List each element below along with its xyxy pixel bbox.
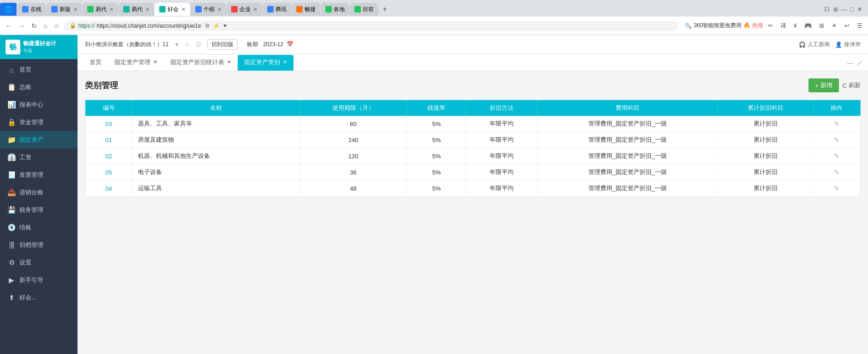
app-header: 刘小艳演示账套（勿删勿动！）11 ▼ + ⚙ 切到旧版 账期 2023-12 📅… (78, 35, 868, 54)
cell-code-2: 02 (85, 148, 132, 164)
sidebar-item-reports[interactable]: 📊 报表中心 (0, 96, 78, 114)
page-tab-depreciation[interactable]: 固定资产折旧统计表 ✕ (164, 55, 238, 71)
sidebar-item-guide[interactable]: ▶ 新手引导 (0, 271, 78, 289)
browser-tab-1[interactable]: 在线 (18, 3, 46, 16)
tab-minimize-icon[interactable]: — (847, 59, 853, 66)
switch-to-old-btn[interactable]: 切到旧版 (207, 39, 238, 50)
menu-button[interactable]: ☰ (855, 21, 864, 30)
cell-period-2: 120 (299, 148, 407, 164)
window-max-button[interactable]: □ (850, 6, 854, 13)
sidebar-item-fixed[interactable]: 📁 固定资产 (0, 131, 78, 149)
url-star-icon[interactable]: ⚡ (213, 23, 220, 29)
browser-tab-5[interactable]: 好会 ✕ (155, 3, 190, 16)
user-dropdown-icon[interactable]: ▼ (174, 42, 180, 48)
browser-tab-10[interactable]: 各地 (321, 3, 349, 16)
cell-action-0: ✎ (813, 116, 860, 132)
cell-period-1: 240 (299, 132, 407, 148)
cell-action-3: ✎ (813, 164, 860, 180)
cell-residual-3: 5% (407, 164, 466, 180)
sidebar-item-archive[interactable]: 🗄 归档管理 (0, 236, 78, 254)
tab-close-5[interactable]: ✕ (181, 6, 186, 12)
browser-tab-6[interactable]: 个税 ✕ (191, 3, 226, 16)
browser-tab-11[interactable]: 目前 (350, 3, 378, 16)
grid-button[interactable]: ⊞ (817, 21, 826, 30)
new-tab-button[interactable]: + (379, 3, 390, 15)
sidebar-label-home: 首页 (19, 66, 31, 74)
tab-close-2[interactable]: ✕ (73, 6, 78, 12)
browser-tab-9[interactable]: 畅捷 (292, 3, 320, 16)
browser-tab-8[interactable]: 腾讯 (263, 3, 291, 16)
scissors-button[interactable]: ✂ (766, 21, 775, 30)
consult-button[interactable]: 🎧 人工咨询 (799, 41, 830, 48)
edit-button-3[interactable]: ✎ (834, 168, 839, 176)
sidebar-item-home[interactable]: ⌂ 首页 (0, 61, 78, 78)
minimize-button[interactable]: ⊕ (833, 6, 838, 13)
sidebar-item-settings[interactable]: ⚙ 设置 (0, 254, 78, 271)
cell-method-4: 年限平均 (466, 180, 537, 197)
tab-label-5: 好会 (168, 6, 179, 13)
url-dropdown-icon[interactable]: ▼ (222, 23, 228, 29)
currency-button[interactable]: ¥ (792, 21, 799, 30)
cell-code-4: 04 (85, 180, 132, 197)
tab-close-7[interactable]: ✕ (253, 6, 257, 12)
tab-close-6[interactable]: ✕ (217, 6, 221, 12)
sidebar-item-funds[interactable]: 🔒 资金管理 (0, 114, 78, 131)
user-profile[interactable]: 👤 徐泽华 (835, 41, 861, 48)
edit-button-1[interactable]: ✎ (834, 136, 839, 144)
edit-button-2[interactable]: ✎ (834, 152, 839, 160)
edit-button-4[interactable]: ✎ (834, 185, 839, 192)
page-tab-fixed-mgmt[interactable]: 固定资产管理 ✕ (108, 55, 164, 71)
sidebar-label-guide: 新手引导 (19, 276, 43, 284)
code-link-0[interactable]: 03 (105, 120, 112, 127)
undo-button[interactable]: ↩ (843, 21, 851, 30)
sidebar-item-ledger[interactable]: 📋 总账 (0, 78, 78, 96)
page-tab-home[interactable]: 首页 (83, 55, 108, 71)
gear-icon[interactable]: ⚙ (195, 40, 202, 49)
page-tab-category[interactable]: 固定资产类别 ✕ (238, 55, 293, 71)
edit-button-0[interactable]: ✎ (834, 120, 839, 127)
forward-button[interactable]: → (17, 21, 27, 30)
user-settings-icon[interactable]: + (185, 41, 189, 49)
fixed-icon: 📁 (7, 136, 16, 144)
window-min-button[interactable]: — (841, 6, 848, 13)
tab-icon-7 (231, 6, 238, 12)
refresh-button[interactable]: C 刷新 (843, 78, 861, 92)
tab-close-4[interactable]: ✕ (145, 6, 150, 12)
browser-tab-2[interactable]: 新版 ✕ (47, 3, 82, 16)
page-tab-depreciation-close[interactable]: ✕ (227, 59, 231, 65)
home-button[interactable]: ⌂ (42, 21, 49, 30)
browser-tab-7[interactable]: 企业 ✕ (227, 3, 262, 16)
window-close-button[interactable]: ✕ (857, 6, 862, 13)
sidebar-item-checkout[interactable]: 💿 结账 (0, 219, 78, 236)
sidebar-logo: 畅 畅捷通好会计 专版 (0, 35, 78, 59)
sidebar-item-invoice[interactable]: 🧾 发票管理 (0, 166, 78, 184)
code-link-3[interactable]: 05 (105, 169, 112, 176)
sidebar-item-payroll[interactable]: 👔 工资 (0, 149, 78, 166)
add-button[interactable]: + 新增 (808, 78, 839, 92)
url-input[interactable]: 🔒 https:// https://cloud.chanjet.com/acc… (64, 21, 678, 31)
tab-expand-icon[interactable]: ⤢ (857, 59, 862, 66)
bookmark-button[interactable]: ☆ (52, 21, 61, 30)
brightness-button[interactable]: ☀ (830, 21, 839, 30)
search-label: 🔍 (685, 23, 692, 29)
tab-close-3[interactable]: ✕ (109, 6, 114, 12)
code-link-1[interactable]: 01 (105, 137, 112, 144)
category-table: 编号 名称 使用期限（月） 残值率 折旧方法 费用科目 累计折旧科目 操作 03… (85, 100, 861, 197)
sidebar-item-more[interactable]: ⬆ 好会... (0, 289, 78, 306)
sidebar-item-inventory[interactable]: 📥 进销台账 (0, 184, 78, 201)
sidebar-item-tax[interactable]: 💾 税务管理 (0, 201, 78, 219)
browser-tab-3[interactable]: 易代 ✕ (83, 3, 118, 16)
sidebar-label-inventory: 进销台账 (19, 188, 43, 197)
game-button[interactable]: 🎮 (802, 21, 814, 30)
code-link-4[interactable]: 04 (105, 185, 112, 192)
page-tab-category-close[interactable]: ✕ (283, 59, 287, 65)
browser-tab-4[interactable]: 易代 ✕ (119, 3, 154, 16)
calendar-icon[interactable]: 📅 (287, 41, 293, 48)
translate-button[interactable]: 译 (778, 21, 788, 31)
page-tab-fixed-mgmt-close[interactable]: ✕ (153, 59, 157, 65)
code-link-2[interactable]: 02 (105, 153, 112, 160)
url-expand-icon[interactable]: ⚙ (205, 23, 210, 29)
refresh-button[interactable]: ↻ (30, 21, 39, 30)
page-tab-category-label: 固定资产类别 (244, 58, 280, 66)
back-button[interactable]: ← (4, 21, 14, 30)
